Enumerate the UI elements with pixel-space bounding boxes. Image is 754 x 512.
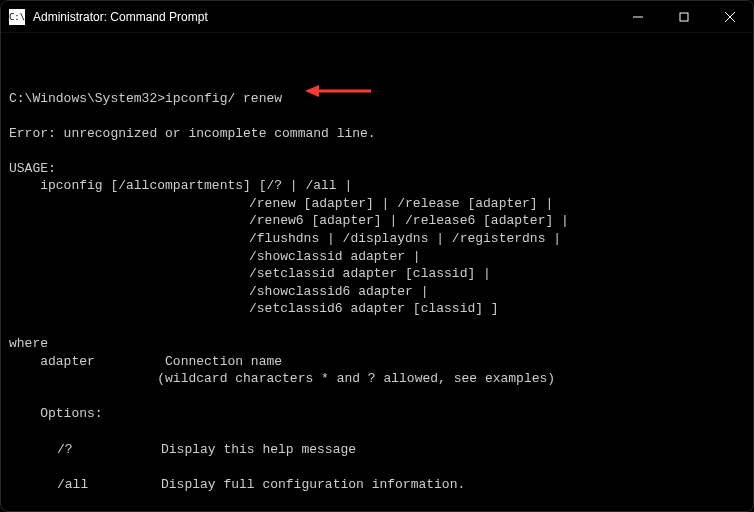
option-desc: Display this help message: [161, 441, 745, 459]
usage-line: /setclassid6 adapter [classid] ]: [9, 300, 745, 318]
terminal-area[interactable]: C:\Windows\System32>ipconfig/ renew Erro…: [1, 33, 753, 512]
prompt-path: C:\Windows\System32>: [9, 91, 165, 106]
where-note: (wildcard characters * and ? allowed, se…: [9, 370, 745, 388]
option-row: /allDisplay full configuration informati…: [9, 476, 745, 494]
where-adapter: adapter Connection name: [9, 353, 745, 371]
svg-rect-1: [680, 13, 688, 21]
usage-line: /setclassid adapter [classid] |: [9, 265, 745, 283]
usage-main: ipconfig [/allcompartments] [/? | /all |: [9, 177, 745, 195]
blank-line: [9, 318, 745, 336]
option-flag: /?: [9, 441, 161, 459]
titlebar: C:\ Administrator: Command Prompt: [1, 1, 753, 33]
usage-line: /flushdns | /displaydns | /registerdns |: [9, 230, 745, 248]
where-header: where: [9, 335, 745, 353]
minimize-button[interactable]: [615, 1, 661, 32]
option-flag: /all: [9, 476, 161, 494]
usage-line: /renew [adapter] | /release [adapter] |: [9, 195, 745, 213]
error-line: Error: unrecognized or incomplete comman…: [9, 125, 745, 143]
option-desc: Display full configuration information.: [161, 476, 745, 494]
usage-line: /showclassid adapter |: [9, 248, 745, 266]
blank-line: [9, 72, 745, 90]
maximize-button[interactable]: [661, 1, 707, 32]
option-row: /?Display this help message: [9, 441, 745, 459]
window-title: Administrator: Command Prompt: [33, 10, 615, 24]
blank-line: [9, 107, 745, 125]
blank-line: [9, 388, 745, 406]
options-header: Options:: [9, 405, 745, 423]
typed-command: ipconfig/ renew: [165, 91, 282, 106]
blank-line: [9, 142, 745, 160]
usage-line: /renew6 [adapter] | /release6 [adapter] …: [9, 212, 745, 230]
usage-line: /showclassid6 adapter |: [9, 283, 745, 301]
usage-header: USAGE:: [9, 160, 745, 178]
cmd-icon: C:\: [9, 9, 25, 25]
window-controls: [615, 1, 753, 32]
prompt-line: C:\Windows\System32>ipconfig/ renew: [9, 90, 745, 108]
close-button[interactable]: [707, 1, 753, 32]
